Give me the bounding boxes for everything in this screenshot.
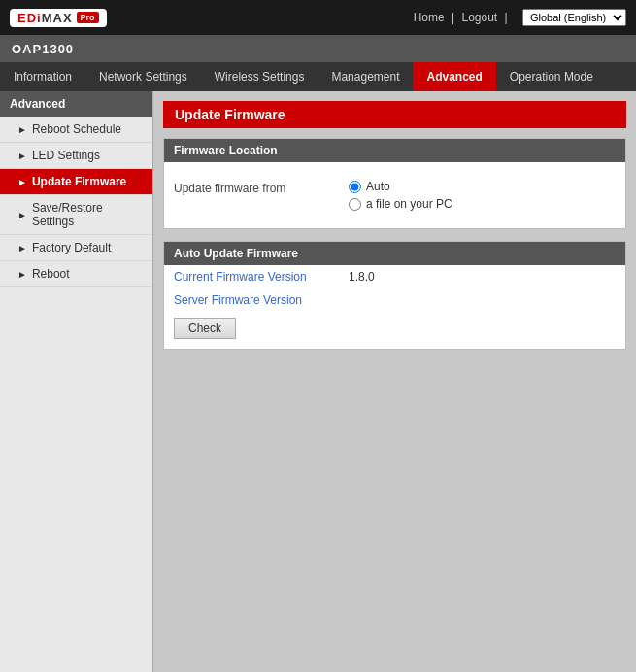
radio-auto-label: Auto	[366, 180, 390, 193]
firmware-location-section: Firmware Location Update firmware from A…	[163, 138, 626, 229]
logo-area: EDiMAX Pro	[10, 9, 107, 27]
firmware-source-row: Update firmware from Auto a file on your…	[174, 174, 616, 217]
logo-pro: Pro	[77, 12, 99, 23]
firmware-source-label: Update firmware from	[174, 180, 349, 195]
main-layout: Advanced ► Reboot Schedule ► LED Setting…	[0, 91, 636, 672]
arrow-icon: ►	[17, 243, 27, 253]
arrow-icon: ►	[17, 151, 27, 161]
arrow-icon: ►	[17, 124, 27, 135]
arrow-icon: ►	[17, 177, 27, 187]
nav-item-operation-mode[interactable]: Operation Mode	[496, 62, 607, 91]
nav-item-network-settings[interactable]: Network Settings	[85, 62, 201, 91]
radio-pc-label: a file on your PC	[366, 197, 452, 211]
device-bar: OAP1300	[0, 35, 636, 62]
header-links: Home | Logout | Global (English)	[414, 9, 626, 26]
auto-update-section: Auto Update Firmware Current Firmware Ve…	[163, 241, 626, 350]
radio-group: Auto a file on your PC	[349, 180, 616, 211]
current-version-row: Current Firmware Version 1.8.0	[164, 265, 625, 288]
sidebar-item-led-settings[interactable]: ► LED Settings	[0, 143, 152, 169]
sidebar: Advanced ► Reboot Schedule ► LED Setting…	[0, 91, 153, 672]
nav-item-advanced[interactable]: Advanced	[413, 62, 495, 91]
nav-item-information[interactable]: Information	[0, 62, 85, 91]
content-area: Update Firmware Firmware Location Update…	[153, 91, 636, 672]
sidebar-item-reboot[interactable]: ► Reboot	[0, 261, 152, 287]
radio-auto-row[interactable]: Auto	[349, 180, 616, 193]
arrow-icon: ►	[17, 210, 27, 220]
firmware-location-body: Update firmware from Auto a file on your…	[164, 162, 625, 228]
nav-item-management[interactable]: Management	[318, 62, 413, 91]
header: EDiMAX Pro Home | Logout | Global (Engli…	[0, 0, 636, 35]
sidebar-header: Advanced	[0, 91, 152, 117]
radio-pc-row[interactable]: a file on your PC	[349, 197, 616, 211]
page-title: Update Firmware	[163, 101, 626, 128]
current-version-value: 1.8.0	[349, 270, 375, 284]
nav-item-wireless-settings[interactable]: Wireless Settings	[201, 62, 318, 91]
server-version-label: Server Firmware Version	[174, 293, 349, 307]
logout-link[interactable]: Logout	[462, 11, 498, 24]
home-link[interactable]: Home	[414, 11, 445, 24]
sidebar-item-update-firmware[interactable]: ► Update Firmware	[0, 169, 152, 195]
firmware-source-value: Auto a file on your PC	[349, 180, 616, 211]
device-name: OAP1300	[12, 42, 74, 56]
sidebar-item-save-restore[interactable]: ► Save/Restore Settings	[0, 195, 152, 235]
nav-bar: Information Network Settings Wireless Se…	[0, 62, 636, 91]
radio-auto[interactable]	[349, 181, 361, 193]
language-select[interactable]: Global (English)	[522, 9, 626, 26]
current-version-label: Current Firmware Version	[174, 270, 349, 284]
auto-update-header: Auto Update Firmware	[164, 242, 625, 265]
sidebar-item-factory-default[interactable]: ► Factory Default	[0, 235, 152, 261]
logo-edimax: EDiMAX	[17, 11, 73, 25]
check-button[interactable]: Check	[174, 318, 236, 339]
firmware-location-header: Firmware Location	[164, 139, 625, 162]
sidebar-item-reboot-schedule[interactable]: ► Reboot Schedule	[0, 117, 152, 143]
logo-box: EDiMAX Pro	[10, 9, 107, 27]
arrow-icon: ►	[17, 269, 27, 280]
server-version-row: Server Firmware Version	[164, 288, 625, 312]
radio-pc[interactable]	[349, 198, 361, 211]
